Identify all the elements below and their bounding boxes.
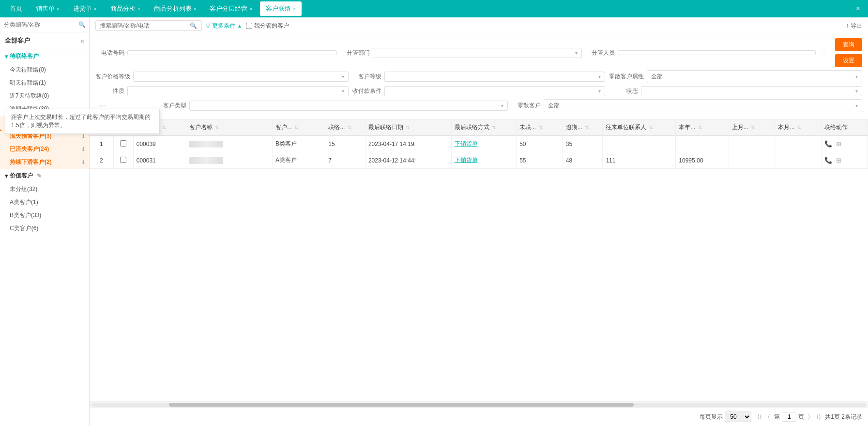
filter-input-person[interactable] xyxy=(618,50,816,55)
sidebar-item-class-a[interactable]: A类客户(1) xyxy=(0,196,89,209)
cell-contact-1: 15 xyxy=(325,136,365,152)
filter-input-dept[interactable]: ▾ xyxy=(373,48,582,58)
th-this-year[interactable]: 本年... ⇅ xyxy=(676,119,729,136)
sidebar-collapse-btn[interactable]: « xyxy=(80,37,84,44)
horizontal-scrollbar[interactable] xyxy=(90,401,868,407)
pagination: ⟨⟨ ⟨ 第 页 ⟩ ⟩⟩ 共1页 2条记录 xyxy=(755,412,862,422)
query-button[interactable]: 查询 xyxy=(835,38,862,51)
filter-input-status[interactable]: ▾ xyxy=(641,86,862,96)
row-checkbox-2[interactable] xyxy=(120,157,126,163)
search-icon[interactable]: 🔍 xyxy=(190,22,197,29)
nav-item-home[interactable]: 首页 xyxy=(4,1,28,16)
row-checkbox-1[interactable] xyxy=(120,140,126,147)
link-method-2[interactable]: 下销货单 xyxy=(455,157,478,163)
my-customers-label: 我分管的客户 xyxy=(254,22,289,30)
action-icons-2: 📞 ⊞ xyxy=(824,157,865,164)
sidebar-item-declining[interactable]: 持续下滑客户(2) ℹ xyxy=(0,156,89,169)
blurred-name-2 xyxy=(189,157,223,164)
close-icon-sales[interactable]: × xyxy=(57,6,60,12)
cell-num-2: 2 xyxy=(90,152,113,169)
edit-value-customer-icon[interactable]: ✎ xyxy=(37,173,42,179)
th-actions: 联络动作 xyxy=(822,119,868,136)
sidebar-item-tomorrow[interactable]: 明天待联络(1) xyxy=(0,76,89,89)
cell-ctype-2: A类客户 xyxy=(272,152,325,169)
close-icon-purchase[interactable]: × xyxy=(94,6,97,12)
filter-row-2: 客户价格等级 ▾ 客户等级 ▾ 零散客户属性 全部 xyxy=(95,70,862,83)
section-waiting-contact[interactable]: 待联络客户 xyxy=(0,49,89,63)
my-customers-checkbox[interactable]: 我分管的客户 xyxy=(246,22,289,30)
sidebar-item-already-lost[interactable]: 已流失客户(24) ℹ xyxy=(0,143,89,156)
per-page-select[interactable]: 20 50 100 xyxy=(725,411,751,422)
filter-input-customer-type[interactable]: ▾ xyxy=(189,101,508,111)
nav-item-sales[interactable]: 销售单 × xyxy=(30,1,65,16)
sidebar-search-icon[interactable]: 🔍 xyxy=(78,21,86,28)
more-conditions-btn[interactable]: ▽ 更多条件 ▲ xyxy=(206,22,242,30)
sidebar-item-class-c[interactable]: C类客户(6) xyxy=(0,222,89,235)
th-last-contact-method[interactable]: 最后联络方式 ⇅ xyxy=(451,119,516,136)
sidebar-item-class-b[interactable]: B类客户(33) xyxy=(0,209,89,222)
filter-input-customer-level[interactable]: ▾ xyxy=(384,72,606,82)
export-icon: ↑ xyxy=(846,22,849,29)
cell-actions-2: 📞 ⊞ xyxy=(822,152,868,169)
chevron-up-icon: ▲ xyxy=(237,23,242,29)
filter-input-price-level[interactable]: ▾ xyxy=(133,72,349,82)
filter-input-retail-customer[interactable]: 全部 ▾ xyxy=(544,99,862,112)
close-icon-customer-segment[interactable]: × xyxy=(249,6,252,12)
search-input[interactable] xyxy=(100,22,187,29)
th-last-contact-date[interactable]: 最后联络日期 ⇅ xyxy=(365,119,451,136)
more-conditions-label: 更多条件 xyxy=(212,22,235,30)
customer-table: 客户编码 ⇅ 客户名称 ⇅ 客户... ⇅ 联络... xyxy=(90,119,868,169)
th-this-month[interactable]: 本月... ⇅ xyxy=(775,119,822,136)
top-nav: 首页 销售单 × 进货单 × 商品分析 × 商品分析列表 × 客户分层经营 × … xyxy=(0,0,868,17)
my-customers-check[interactable] xyxy=(246,23,252,29)
grid-action-icon-1[interactable]: ⊞ xyxy=(836,140,841,147)
export-button[interactable]: ↑ 导出 xyxy=(846,22,862,30)
section-value-customer[interactable]: 价值客户 ✎ xyxy=(0,169,89,183)
first-page-btn[interactable]: ⟨⟨ xyxy=(755,412,764,421)
last-page-btn[interactable]: ⟩⟩ xyxy=(814,412,823,421)
filter-customer-type: 客户类型 ▾ xyxy=(157,101,508,111)
cell-check-2 xyxy=(113,152,133,169)
filter-label-retail-attr: 零散客户属性 xyxy=(609,73,644,81)
nav-item-customer-segment[interactable]: 客户分层经营 × xyxy=(204,1,258,16)
filter-input-payment[interactable]: ▾ xyxy=(384,86,606,96)
section-title-waiting: 待联络客户 xyxy=(10,52,39,60)
nav-item-customer-contact[interactable]: 客户联络 × xyxy=(260,1,302,16)
th-overdue[interactable]: 逾期... ⇅ xyxy=(563,119,603,136)
th-contact-count[interactable]: 联络... ⇅ xyxy=(325,119,365,136)
filter-person: 分管人员 ··· xyxy=(586,49,827,57)
grid-action-icon-2[interactable]: ⊞ xyxy=(836,157,841,164)
filter-input-phone[interactable] xyxy=(127,50,337,55)
nav-item-product-list[interactable]: 商品分析列表 × xyxy=(148,1,202,16)
close-icon-product-analysis[interactable]: × xyxy=(137,6,140,12)
th-uncontacted[interactable]: 未联... ⇅ xyxy=(517,119,563,136)
cell-num-1: 1 xyxy=(90,136,113,152)
close-icon-customer-contact[interactable]: × xyxy=(293,6,296,12)
sidebar-item-today[interactable]: 今天待联络(0) xyxy=(0,63,89,76)
sort-icon-type: ⇅ xyxy=(294,125,298,130)
nav-item-purchase[interactable]: 进货单 × xyxy=(67,1,103,16)
phone-action-icon-1[interactable]: 📞 xyxy=(824,140,832,147)
page-input[interactable] xyxy=(782,412,796,422)
th-customer-type[interactable]: 客户... ⇅ xyxy=(272,119,325,136)
nav-item-product-analysis[interactable]: 商品分析 × xyxy=(105,1,146,16)
th-last-month[interactable]: 上月... ⇅ xyxy=(729,119,775,136)
filter-input-retail-attr[interactable]: 全部 ▾ xyxy=(647,70,862,83)
settings-button[interactable]: 设置 xyxy=(835,54,862,67)
th-customer-name[interactable]: 客户名称 ⇅ xyxy=(186,119,273,136)
filter-dots-person[interactable]: ··· xyxy=(819,49,827,56)
prev-page-btn[interactable]: ⟨ xyxy=(766,412,772,421)
filter-label-dept: 分管部门 xyxy=(341,49,370,57)
window-close-button[interactable]: × xyxy=(852,2,864,15)
phone-action-icon-2[interactable]: 📞 xyxy=(824,157,832,164)
close-icon-product-list[interactable]: × xyxy=(194,6,197,12)
sidebar-item-ungroup[interactable]: 未分组(32) xyxy=(0,183,89,196)
next-page-btn[interactable]: ⟩ xyxy=(806,412,812,421)
page-suffix: 页 xyxy=(798,413,804,421)
link-method-1[interactable]: 下销货单 xyxy=(455,140,478,147)
sidebar-search-input[interactable] xyxy=(4,21,76,28)
th-contact-person[interactable]: 往来单位联系人 ⇅ xyxy=(603,119,676,136)
sidebar-item-7days[interactable]: 近7天待联络(0) xyxy=(0,89,89,103)
query-settings-group: 查询 设置 xyxy=(835,38,862,67)
filter-input-nature[interactable]: ▾ xyxy=(127,86,349,96)
